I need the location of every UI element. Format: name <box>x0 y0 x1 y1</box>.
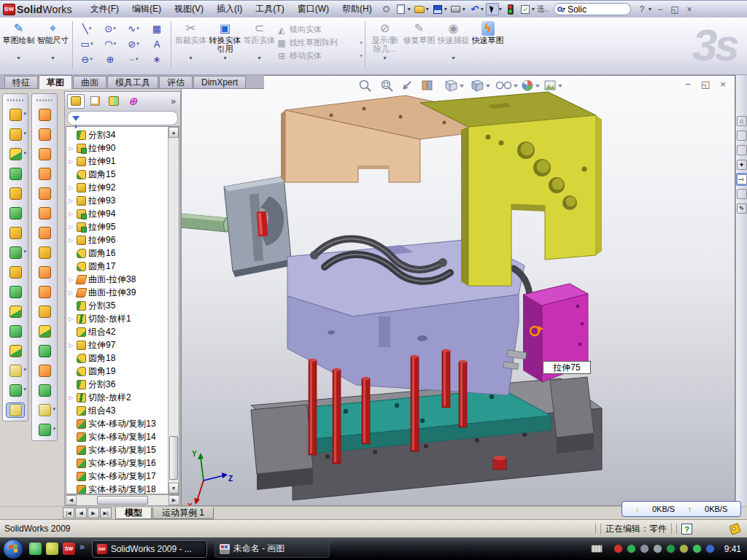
ribbon-tab[interactable]: 曲面 <box>73 76 107 88</box>
sketch-tool-button[interactable]: ⊙▾ <box>98 21 122 36</box>
ribbon-big-button[interactable]: ◉ 快速捕捉 ▾ <box>436 20 471 61</box>
tree-horizontal-scrollbar[interactable]: ◀ ▶ <box>66 494 179 505</box>
view-orientation-icon[interactable] <box>446 80 464 91</box>
surface-tool-button[interactable] <box>35 206 54 221</box>
surface-tool-button[interactable] <box>35 304 54 319</box>
surface-tool-button[interactable] <box>35 402 54 418</box>
scroll-thumb[interactable] <box>169 436 178 480</box>
surface-tool-button[interactable] <box>35 186 54 201</box>
appearances-icon[interactable] <box>522 80 540 90</box>
expand-arrow-icon[interactable]: ▷ <box>69 145 74 152</box>
expand-arrow-icon[interactable]: ▷ <box>69 394 74 401</box>
feature-tree-item[interactable]: ▷ 实体-移动/复制14 <box>69 430 168 443</box>
feature-tree-item[interactable]: ▷ 组合42 <box>69 325 168 338</box>
options-button[interactable]: 选.. <box>537 4 549 15</box>
scroll-up-icon[interactable]: ▲ <box>169 127 179 138</box>
quick-launch-solidworks-icon[interactable]: SW <box>63 542 75 555</box>
menu-item[interactable]: 窗口(W) <box>291 1 336 17</box>
feature-tree-item[interactable]: ▷ 实体-移动/复制17 <box>69 470 168 483</box>
pin-icon[interactable] <box>380 3 393 15</box>
sketch-tool-button[interactable]: ╲▾ <box>75 21 98 36</box>
feature-tool-button[interactable] <box>6 166 25 182</box>
ribbon-stack-button[interactable]: ⊞ 移动实体 ▾ <box>276 50 363 61</box>
task-pane-tab[interactable]: ✦ <box>737 160 747 170</box>
sketch-tool-button[interactable]: ▭▾ <box>75 36 98 51</box>
quick-tips-icon[interactable]: ? <box>681 524 692 534</box>
sketch-tool-button[interactable]: ◠▾ <box>98 36 122 51</box>
scroll-right-icon[interactable]: ▶ <box>169 495 179 505</box>
surface-tool-button[interactable] <box>35 284 54 300</box>
surface-tool-button[interactable] <box>35 265 54 280</box>
print-button[interactable] <box>449 3 462 15</box>
tree-vertical-scrollbar[interactable]: ▲ ▼ <box>168 127 179 494</box>
tray-icon[interactable] <box>666 544 676 553</box>
dropdown-caret-icon[interactable]: ▾ <box>51 55 54 61</box>
feature-tree-item[interactable]: ▷ 圆角16 <box>69 246 168 260</box>
tab-nav-button[interactable]: |◀ <box>63 508 74 518</box>
feature-tool-button[interactable] <box>6 147 25 162</box>
surface-tool-button[interactable] <box>35 245 54 260</box>
quick-launch-chevron-icon[interactable]: » <box>80 542 85 552</box>
feature-tree-item[interactable]: ▷ 实体-移动/复制18 <box>69 483 168 494</box>
expand-arrow-icon[interactable]: ▷ <box>69 224 74 230</box>
tab-nav-button[interactable]: ▶| <box>100 508 112 518</box>
tree-filter-input[interactable] <box>67 111 178 125</box>
ribbon-tab[interactable]: DimXpert <box>193 76 246 88</box>
help-button[interactable]: ? <box>635 4 649 15</box>
dropdown-caret-icon[interactable]: ▾ <box>258 55 260 61</box>
feature-tree-item[interactable]: ▷ 切除-放样2 <box>69 391 168 404</box>
surface-tool-button[interactable] <box>35 343 54 359</box>
sketch-tool-button[interactable]: ⊘▾ <box>122 36 145 51</box>
feature-tool-button[interactable] <box>6 402 25 418</box>
task-pane-tab[interactable]: ✎ <box>737 203 747 214</box>
expand-arrow-icon[interactable]: ▷ <box>69 342 74 349</box>
surface-tool-button[interactable] <box>35 383 54 398</box>
panel-overflow-chevron[interactable]: » <box>171 96 178 106</box>
surface-tool-button[interactable] <box>35 147 54 162</box>
design-checker-button[interactable]: ✓ <box>519 3 532 15</box>
save-button[interactable] <box>431 3 444 15</box>
rebuild-button[interactable] <box>504 3 517 15</box>
feature-tool-button[interactable] <box>6 225 25 241</box>
feature-tool-button[interactable] <box>6 265 25 280</box>
sketch-tool-button[interactable]: ∿▾ <box>122 21 145 36</box>
feature-tool-button[interactable] <box>6 304 25 319</box>
display-style-icon[interactable] <box>472 80 490 91</box>
ribbon-big-button[interactable]: ✎ 草图绘制 ▾ <box>1 20 36 61</box>
section-view-icon[interactable] <box>422 81 432 90</box>
feature-tool-button[interactable] <box>6 343 25 359</box>
feature-tree-item[interactable]: ▷ 组合43 <box>69 404 168 417</box>
select-tool-button[interactable] <box>486 3 499 15</box>
dropdown-caret-icon[interactable]: ▾ <box>223 55 226 61</box>
surface-tool-button[interactable] <box>35 107 54 122</box>
feature-tool-button[interactable] <box>6 127 25 142</box>
green-bar-part[interactable] <box>182 213 231 232</box>
configurationmanager-tab[interactable] <box>105 94 123 109</box>
dimxpertmanager-tab[interactable]: ⊕ <box>124 94 142 109</box>
task-pane-tab[interactable] <box>737 189 747 199</box>
feature-tool-button[interactable] <box>6 324 25 339</box>
surface-tool-button[interactable] <box>35 166 54 182</box>
tray-icon[interactable] <box>692 544 702 553</box>
tray-icon[interactable] <box>705 544 715 553</box>
red-cap-part[interactable] <box>493 456 506 470</box>
ribbon-big-button[interactable]: ⊂ 等距实体 ▾ <box>242 20 276 61</box>
feature-tree-item[interactable]: ▷ 拉伸92 <box>69 181 168 194</box>
minimize-button[interactable]: − <box>654 4 667 15</box>
feature-tree-item[interactable]: ▷ 圆角15 <box>69 168 168 181</box>
dropdown-caret-icon[interactable]: ▾ <box>17 55 20 61</box>
tray-icon[interactable] <box>640 544 649 553</box>
scene-icon[interactable] <box>545 81 562 90</box>
hide-show-items-icon[interactable] <box>497 82 519 89</box>
scroll-left-icon[interactable]: ◀ <box>66 495 77 505</box>
ribbon-tab[interactable]: 模具工具 <box>107 76 158 88</box>
search-input[interactable]: ▾ Solic <box>554 3 631 15</box>
sketch-tool-button[interactable]: ∗▾ <box>145 52 169 66</box>
scroll-down-icon[interactable]: ▼ <box>169 483 179 494</box>
ribbon-big-button[interactable]: ϟ 快速草图 ▾ <box>471 20 505 61</box>
tab-nav-button[interactable]: ◀ <box>75 508 87 518</box>
restore-button[interactable]: ◱ <box>668 4 681 15</box>
surface-tool-button[interactable] <box>35 363 54 378</box>
dropdown-caret-icon[interactable]: ▾ <box>360 39 363 46</box>
feature-tree-item[interactable]: ▷ 曲面-拉伸38 <box>69 273 168 286</box>
